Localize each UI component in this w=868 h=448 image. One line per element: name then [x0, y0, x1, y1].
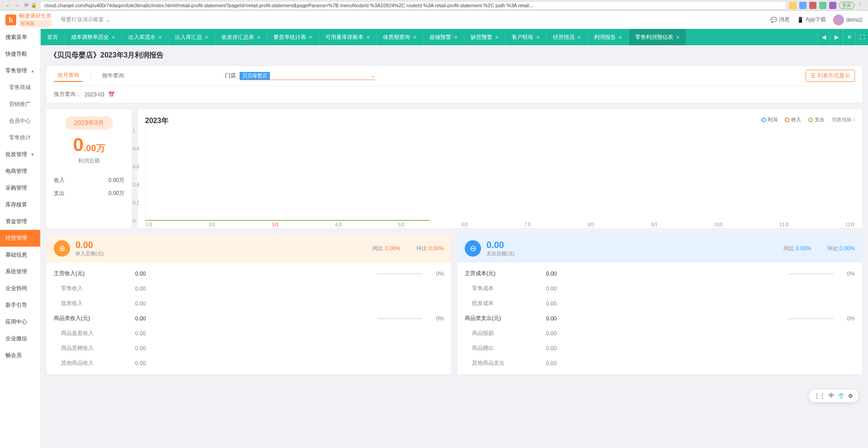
sidebar-item-11[interactable]: 资金管理: [0, 213, 40, 230]
sidebar-item-6[interactable]: 零售统计: [0, 129, 40, 146]
expense-total-label: 支出总额(元): [486, 250, 514, 257]
sidebar-item-8[interactable]: 电商管理: [0, 163, 40, 180]
store-selector[interactable]: 贝贝母婴店 ⌄: [240, 72, 375, 80]
tabs-fullscreen[interactable]: ⛶: [855, 29, 868, 45]
sidebar-item-15[interactable]: 企业协同: [0, 280, 40, 297]
tab-2[interactable]: 出入库流水✕: [122, 29, 169, 45]
tab-close-icon[interactable]: ✕: [257, 35, 260, 40]
app-download-button[interactable]: 📱App下载: [797, 16, 826, 24]
lock-icon: 🔒: [31, 2, 37, 8]
tab-close-icon[interactable]: ✕: [309, 35, 312, 40]
tab-0[interactable]: 首页: [41, 29, 65, 45]
sidebar-item-1[interactable]: 快捷导航: [0, 46, 40, 62]
tab-1[interactable]: 成本调整单历史✕: [65, 29, 122, 45]
tab-close-icon[interactable]: ✕: [577, 35, 581, 40]
data-row: 其他商品收入0.00: [54, 356, 444, 371]
tab-11[interactable]: 经营情况✕: [547, 29, 588, 45]
tab-6[interactable]: 可用量库存账本✕: [319, 29, 377, 45]
address-bar[interactable]: cloud.chanjet.com/hsj/u400r74daqxn/lole3…: [41, 2, 786, 9]
tab-3[interactable]: 出入库汇总✕: [169, 29, 215, 45]
browser-reload[interactable]: ⟳: [22, 1, 31, 10]
tab-close-icon[interactable]: ✕: [366, 35, 370, 40]
page-title: 《贝贝母婴店》2023年3月利润报告: [46, 45, 863, 66]
browser-menu[interactable]: ⋮: [857, 2, 864, 9]
tab-4[interactable]: 收发存汇总表✕: [215, 29, 267, 45]
ime-lang[interactable]: 中: [829, 392, 834, 400]
browser-forward[interactable]: →: [13, 1, 22, 10]
legend-item[interactable]: 支出: [808, 116, 825, 123]
tab-close-icon[interactable]: ✕: [205, 35, 208, 40]
ime-settings-icon[interactable]: ⚙: [848, 393, 853, 399]
x-tick: 1月: [146, 222, 153, 228]
update-button[interactable]: 更新: [839, 2, 854, 9]
browser-back[interactable]: ←: [4, 1, 13, 10]
income-panel: ⊕ 0.00 收入总额(元) 同比 0.00% | 环比 0.00% 主营收入(…: [46, 234, 452, 375]
legend-item[interactable]: 收入: [785, 116, 801, 123]
page-content: 《贝贝母婴店》2023年3月利润报告 按月查询 | 按年查询 门店 贝贝母婴店 …: [41, 45, 868, 448]
x-tick: 10月: [714, 222, 723, 228]
list-mode-button[interactable]: ☰ 列表方式显示: [806, 70, 855, 82]
chevron-down-icon: ⌄: [371, 72, 375, 79]
sidebar-item-16[interactable]: 新手引导: [0, 297, 40, 314]
sidebar-item-0[interactable]: 搜索菜单: [0, 29, 40, 46]
tab-close-icon[interactable]: ✕: [676, 35, 679, 40]
avatar: [833, 14, 844, 25]
filter-tab-year[interactable]: 按年查询: [99, 70, 127, 81]
sidebar-item-10[interactable]: 库存核算: [0, 196, 40, 213]
brand-name: 畅捷通好生意: [19, 12, 52, 20]
sidebar-item-3[interactable]: 零售商城: [0, 79, 40, 96]
sidebar-item-5[interactable]: 会员中心: [0, 113, 40, 129]
tab-close-icon[interactable]: ✕: [454, 35, 458, 40]
switch-indicator[interactable]: 切换指标 ›: [832, 116, 855, 123]
tab-12[interactable]: 利润报告✕: [588, 29, 629, 45]
tab-close-icon[interactable]: ✕: [495, 35, 499, 40]
data-row: 主营收入(元)0.000%: [54, 266, 444, 281]
user-menu[interactable]: demo2: [833, 14, 863, 25]
tab-10[interactable]: 客户联络✕: [505, 29, 547, 45]
sidebar-item-9[interactable]: 采购管理: [0, 180, 40, 196]
tab-9[interactable]: 缺货预警✕: [464, 29, 505, 45]
brand-logo[interactable]: b 畅捷通好生意 标准版: [5, 12, 52, 27]
store-label: 门店: [225, 72, 236, 80]
tabs-close[interactable]: ✕: [843, 29, 855, 45]
tab-close-icon[interactable]: ✕: [158, 35, 162, 40]
legend-item[interactable]: 利润: [761, 116, 778, 123]
tab-close-icon[interactable]: ✕: [413, 35, 416, 40]
ime-floating-bar[interactable]: ⋮⋮ 中 👕 ⚙: [808, 389, 859, 403]
filter-tab-month[interactable]: 按月查询: [54, 70, 83, 82]
tab-8[interactable]: 超储预警✕: [423, 29, 464, 45]
tabs-bar: 首页成本调整单历史✕出入库流水✕出入库汇总✕收发存汇总表✕要货单统计表✕可用量库…: [41, 29, 868, 45]
account-set-selector[interactable]: 母婴行业演示账套 ⌄: [61, 16, 110, 24]
brand-edition: 标准版: [19, 20, 52, 27]
tabs-next[interactable]: ▶: [830, 29, 843, 45]
messages-button[interactable]: 💬消息: [770, 16, 790, 24]
sidebar-item-2[interactable]: 零售管理▲: [0, 62, 40, 79]
filter-bar: 按月查询 | 按年查询 门店 贝贝母婴店 ⌄ ☰ 列表方式显示: [46, 66, 863, 86]
x-tick: 12月: [845, 222, 855, 228]
tab-13[interactable]: 零售利润预估表✕: [629, 29, 686, 45]
calendar-icon[interactable]: 📅: [108, 91, 115, 98]
tab-7[interactable]: 保质期查询✕: [377, 29, 423, 45]
sidebar-item-13[interactable]: 基础信息: [0, 247, 40, 263]
x-tick: 9月: [651, 222, 658, 228]
summary-month: 2023年3月: [65, 116, 113, 130]
sidebar-item-4[interactable]: 营销推广: [0, 96, 40, 113]
sidebar-item-14[interactable]: 系统管理: [0, 263, 40, 280]
ime-shirt-icon[interactable]: 👕: [838, 393, 844, 399]
sidebar-item-12[interactable]: 经营管理: [0, 230, 40, 247]
tab-close-icon[interactable]: ✕: [618, 35, 622, 40]
tab-close-icon[interactable]: ✕: [112, 35, 115, 40]
sidebar-item-18[interactable]: 企业微信: [0, 330, 40, 347]
sidebar-item-19[interactable]: 畅会员: [0, 347, 40, 364]
account-set-label: 母婴行业演示账套: [61, 16, 104, 24]
data-row: 零售收入0.00: [54, 281, 444, 296]
summary-card: 2023年3月 0.00万 利润总额 收入0.00万支出0.00万: [46, 109, 132, 229]
tabs-prev[interactable]: ◀: [817, 29, 830, 45]
sidebar-item-7[interactable]: 批发管理▼: [0, 146, 40, 163]
store-value: 贝贝母婴店: [240, 72, 270, 80]
sidebar-item-17[interactable]: 应用中心: [0, 314, 40, 330]
data-row: 批发收入0.00: [54, 296, 444, 311]
tab-close-icon[interactable]: ✕: [536, 35, 540, 40]
chart-plot[interactable]: 1月2月3月4月5月6月7月8月9月10月11月12月 10.80.60.40.…: [145, 130, 855, 221]
tab-5[interactable]: 要货单统计表✕: [267, 29, 319, 45]
